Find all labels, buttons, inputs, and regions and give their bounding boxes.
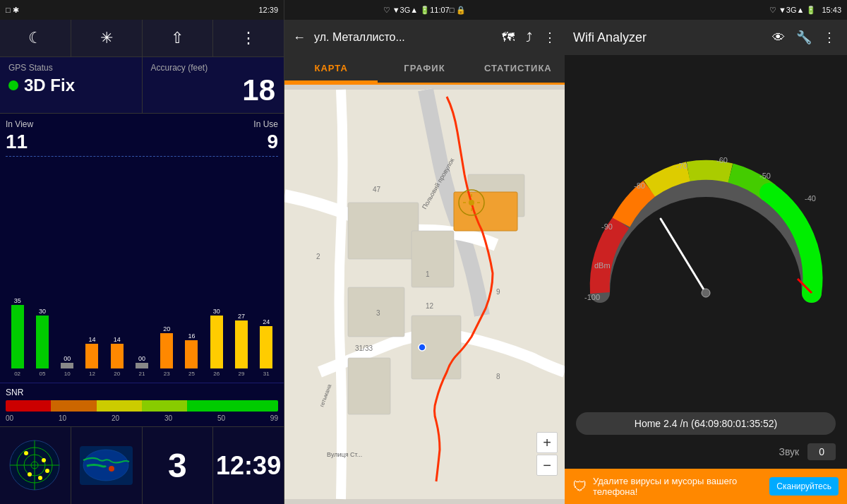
bar-value-label: 24 xyxy=(263,319,270,325)
ad-banner: 🛡 Удалите вирусы и мусоры вашего телефон… xyxy=(565,469,847,504)
bar-value-label: 30 xyxy=(39,308,46,315)
svg-rect-20 xyxy=(348,358,390,414)
ad-text: Удалите вирусы и мусоры вашего телефона! xyxy=(593,476,764,497)
clock-widget: 12:39 xyxy=(213,427,284,504)
svg-point-8 xyxy=(28,472,32,476)
gps-status-label: GPS Status xyxy=(8,63,133,73)
map-tabs: КАРТА ГРАФИК СТАТИСТИКА xyxy=(284,55,565,85)
svg-text:1: 1 xyxy=(426,270,430,278)
bar-value-label: 30 xyxy=(213,308,220,315)
map-status-right: □ 🔒 xyxy=(450,6,467,15)
in-use-label: In Use xyxy=(253,119,278,129)
bar-label: 05 xyxy=(39,371,45,377)
bar-label: 12 xyxy=(89,371,95,377)
snr-scale: 00 10 20 30 50 99 xyxy=(6,414,278,422)
radar-svg xyxy=(8,439,61,492)
accuracy-label: Accuracy (feet) xyxy=(151,63,276,73)
left-status-bar: □ ✱ 12:39 xyxy=(0,0,284,20)
map-view[interactable]: Польовий провулок Вулиця Ст... гетьмана … xyxy=(284,85,565,504)
ad-scan-button[interactable]: Сканируйтесь xyxy=(769,477,839,496)
menu-button[interactable]: ⋮ xyxy=(213,20,284,56)
svg-point-34 xyxy=(469,200,474,205)
satellite-count-widget: 3 xyxy=(143,427,214,504)
tab-map[interactable]: КАРТА xyxy=(284,55,378,83)
svg-text:-80: -80 xyxy=(634,181,645,190)
svg-rect-15 xyxy=(348,203,419,259)
zoom-out-button[interactable]: − xyxy=(536,455,558,476)
gps-fix-value: 3D Fix xyxy=(8,76,133,95)
wifi-toolbar: Wifi Analyzer 👁 🔧 ⋮ xyxy=(565,20,847,55)
bar-group: 2431 xyxy=(255,161,278,377)
map-menu-button[interactable]: ⋮ xyxy=(541,27,559,48)
back-button[interactable]: ← xyxy=(290,28,308,48)
satellite-bar xyxy=(11,305,24,368)
sound-row: Звук 0 xyxy=(576,443,836,460)
clock-display: 12:39 xyxy=(216,451,281,481)
moon-button[interactable]: ☾ xyxy=(0,20,71,56)
accuracy-box: Accuracy (feet) 18 xyxy=(143,57,284,113)
map-toolbar: ← ул. Металлисто... 🗺 ⤴ ⋮ xyxy=(284,20,565,55)
map-share-button[interactable]: ⤴ xyxy=(523,28,535,48)
bar-label: 20 xyxy=(114,371,120,377)
svg-point-13 xyxy=(109,466,114,472)
wifi-status-icons: ♡ ▼3G▲ 🔋 xyxy=(769,6,817,15)
wifi-ssid-display: Home 2.4 /n (64:09:80:01:35:52) xyxy=(576,412,836,435)
bar-label: 10 xyxy=(64,371,71,377)
bar-group: 0021 xyxy=(130,161,153,377)
map-zoom-controls[interactable]: + − xyxy=(536,432,558,476)
svg-text:-60: -60 xyxy=(716,156,728,164)
world-map-widget[interactable] xyxy=(71,427,143,504)
radar-widget[interactable] xyxy=(0,427,71,504)
svg-rect-17 xyxy=(412,231,454,287)
bar-group: 0010 xyxy=(56,161,79,377)
svg-text:-90: -90 xyxy=(601,222,613,231)
eye-icon-button[interactable]: 👁 xyxy=(769,28,788,48)
wifi-menu-button[interactable]: ⋮ xyxy=(820,27,839,48)
bar-value-label: 35 xyxy=(14,298,21,304)
snr-light-green-segment xyxy=(142,400,187,412)
svg-point-9 xyxy=(38,476,42,480)
map-status-icons: ♡ ▼3G▲ 🔋 xyxy=(383,6,431,15)
map-svg: Польовий провулок Вулиця Ст... гетьмана … xyxy=(284,85,565,504)
tab-graph[interactable]: ГРАФИК xyxy=(378,55,471,83)
sound-value: 0 xyxy=(807,443,836,460)
svg-point-49 xyxy=(702,289,710,297)
sound-label: Звук xyxy=(779,446,799,457)
in-use-number: 9 xyxy=(267,131,278,153)
satellite-bar xyxy=(36,316,49,368)
left-status-icon: □ ✱ xyxy=(6,6,19,15)
bar-group: 1412 xyxy=(80,161,104,377)
share-button[interactable]: ⇧ xyxy=(143,20,214,56)
bar-label: 31 xyxy=(263,371,270,377)
wrench-icon-button[interactable]: 🔧 xyxy=(793,27,815,48)
bar-label: 02 xyxy=(14,371,20,377)
satellite-bar xyxy=(111,344,124,368)
map-icon-button[interactable]: 🗺 xyxy=(499,28,517,48)
satellite-bar xyxy=(85,344,98,368)
snr-green-segment xyxy=(187,400,278,412)
wifi-info-section: Home 2.4 /n (64:09:80:01:35:52) Звук 0 xyxy=(565,404,847,469)
snr-orange-segment xyxy=(51,400,96,412)
bar-value-label: 20 xyxy=(163,326,170,332)
tab-stats[interactable]: СТАТИСТИКА xyxy=(471,55,565,83)
snr-label: SNR xyxy=(6,388,278,397)
svg-text:12: 12 xyxy=(426,302,434,310)
bar-value-label: 16 xyxy=(188,333,195,340)
wifi-status-bar: ♡ ▼3G▲ 🔋 15:43 xyxy=(565,0,847,20)
bar-group: 1625 xyxy=(180,161,203,377)
svg-point-7 xyxy=(42,458,46,462)
svg-text:31/33: 31/33 xyxy=(355,344,373,352)
bar-label: 29 xyxy=(239,371,245,377)
dashed-divider xyxy=(6,156,278,157)
satellite-bar xyxy=(210,316,223,368)
star-button[interactable]: ✳ xyxy=(71,20,143,56)
satellite-bar xyxy=(185,340,198,368)
svg-point-39 xyxy=(419,344,426,351)
in-view-row: In View In Use xyxy=(6,119,278,129)
satellite-numbers: 11 9 xyxy=(6,131,278,153)
bar-group: 2023 xyxy=(155,161,179,377)
sat-count-display: 3 xyxy=(168,446,187,485)
satellite-bar-chart: 3502300500101412142000212023162530262729… xyxy=(6,161,278,377)
svg-text:-40: -40 xyxy=(805,194,816,203)
zoom-in-button[interactable]: + xyxy=(536,432,558,453)
